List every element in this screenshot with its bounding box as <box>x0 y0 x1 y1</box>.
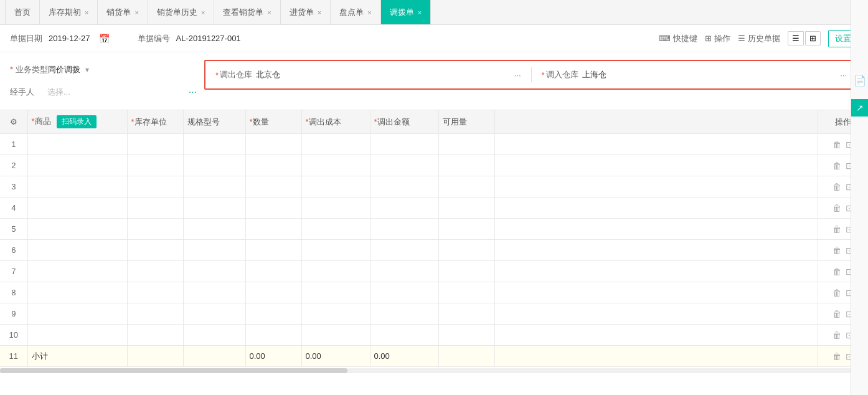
product-cell[interactable] <box>27 240 127 261</box>
available-cell[interactable] <box>438 325 494 346</box>
amount-cell[interactable] <box>370 219 438 240</box>
cost-cell[interactable] <box>301 261 370 282</box>
close-icon[interactable]: × <box>267 9 271 16</box>
close-icon[interactable]: × <box>318 9 321 16</box>
amount-cell[interactable] <box>370 303 438 325</box>
spec-cell[interactable] <box>183 198 245 219</box>
cost-cell[interactable] <box>301 282 370 303</box>
spec-cell[interactable] <box>183 303 245 325</box>
tab-inventory-check[interactable]: 盘点单 × <box>331 0 380 24</box>
tab-sales-order[interactable]: 销货单 × <box>98 0 148 24</box>
available-cell[interactable] <box>438 198 494 219</box>
cost-cell[interactable] <box>301 325 370 346</box>
calendar-icon[interactable]: 📅 <box>99 34 110 44</box>
scroll-thumb[interactable] <box>0 368 347 373</box>
delete-icon[interactable]: 🗑 <box>833 309 841 319</box>
unit-cell[interactable] <box>127 240 183 261</box>
product-cell[interactable] <box>27 325 127 346</box>
person-more-btn[interactable]: ··· <box>189 87 197 98</box>
amount-cell[interactable] <box>370 261 438 282</box>
warehouse-out-more-btn[interactable]: ··· <box>514 70 521 80</box>
cost-cell[interactable] <box>301 240 370 261</box>
delete-icon[interactable]: 🗑 <box>833 182 841 192</box>
unit-cell[interactable] <box>127 282 183 303</box>
quantity-cell[interactable] <box>245 219 301 240</box>
unit-cell[interactable] <box>127 134 183 155</box>
grid-view-btn[interactable]: ⊞ <box>805 31 821 45</box>
quantity-cell[interactable] <box>245 261 301 282</box>
amount-cell[interactable] <box>370 282 438 303</box>
available-cell[interactable] <box>438 261 494 282</box>
tab-purchase[interactable]: 进货单 × <box>281 0 331 24</box>
warehouse-out-value[interactable]: 北京仓 <box>256 69 280 80</box>
spec-cell[interactable] <box>183 176 245 198</box>
product-cell[interactable] <box>27 261 127 282</box>
cost-cell[interactable] <box>301 219 370 240</box>
delete-icon[interactable]: 🗑 <box>833 267 841 277</box>
unit-cell[interactable] <box>127 155 183 176</box>
horizontal-scrollbar[interactable] <box>0 368 868 373</box>
available-cell[interactable] <box>438 134 494 155</box>
unit-cell[interactable] <box>127 219 183 240</box>
warehouse-in-value[interactable]: 上海仓 <box>582 69 606 80</box>
product-cell[interactable] <box>27 134 127 155</box>
available-cell[interactable] <box>438 240 494 261</box>
product-cell[interactable] <box>27 303 127 325</box>
tab-inventory-init[interactable]: 库存期初 × <box>40 0 98 24</box>
tab-transfer[interactable]: 调拨单 × <box>381 0 431 24</box>
close-icon[interactable]: × <box>418 9 422 16</box>
available-cell[interactable] <box>438 303 494 325</box>
operation-btn[interactable]: ⊞ 操作 <box>705 33 730 44</box>
delete-icon[interactable]: 🗑 <box>833 224 841 234</box>
amount-cell[interactable] <box>370 134 438 155</box>
spec-cell[interactable] <box>183 134 245 155</box>
spec-cell[interactable] <box>183 325 245 346</box>
product-cell[interactable] <box>27 155 127 176</box>
cost-cell[interactable] <box>301 134 370 155</box>
list-view-btn[interactable]: ☰ <box>788 31 804 45</box>
delete-icon[interactable]: 🗑 <box>833 330 841 340</box>
available-cell[interactable] <box>438 155 494 176</box>
sidebar-doc-icon[interactable]: 📄 <box>854 75 866 87</box>
cost-cell[interactable] <box>301 198 370 219</box>
quantity-cell[interactable] <box>245 155 301 176</box>
available-cell[interactable] <box>438 282 494 303</box>
product-cell[interactable] <box>27 198 127 219</box>
delete-icon[interactable]: 🗑 <box>833 161 841 171</box>
cost-cell[interactable] <box>301 176 370 198</box>
amount-cell[interactable] <box>370 240 438 261</box>
close-icon[interactable]: × <box>201 9 205 16</box>
unit-cell[interactable] <box>127 325 183 346</box>
warehouse-in-more-btn[interactable]: ··· <box>840 70 847 80</box>
amount-cell[interactable] <box>370 176 438 198</box>
spec-cell[interactable] <box>183 155 245 176</box>
quantity-cell[interactable] <box>245 325 301 346</box>
amount-cell[interactable] <box>370 198 438 219</box>
unit-cell[interactable] <box>127 261 183 282</box>
scan-button[interactable]: 扫码录入 <box>57 115 97 128</box>
delete-icon[interactable]: 🗑 <box>833 245 841 255</box>
delete-icon[interactable]: 🗑 <box>833 203 841 213</box>
person-select[interactable]: 选择... <box>47 87 184 98</box>
quantity-cell[interactable] <box>245 198 301 219</box>
close-icon[interactable]: × <box>134 9 138 16</box>
unit-cell[interactable] <box>127 303 183 325</box>
amount-cell[interactable] <box>370 155 438 176</box>
unit-cell[interactable] <box>127 176 183 198</box>
settings-icon[interactable]: ⚙ <box>10 117 17 126</box>
cost-cell[interactable] <box>301 155 370 176</box>
sidebar-export-icon[interactable]: ↗ <box>851 99 869 117</box>
spec-cell[interactable] <box>183 261 245 282</box>
quantity-cell[interactable] <box>245 282 301 303</box>
tab-sales-history[interactable]: 销货单历史 × <box>148 0 214 24</box>
spec-cell[interactable] <box>183 240 245 261</box>
close-icon[interactable]: × <box>85 9 88 16</box>
available-cell[interactable] <box>438 176 494 198</box>
history-btn[interactable]: ☰ 历史单据 <box>738 33 780 44</box>
product-cell[interactable] <box>27 176 127 198</box>
close-icon[interactable]: × <box>367 9 371 16</box>
available-cell[interactable] <box>438 219 494 240</box>
tab-home[interactable]: 首页 <box>5 0 40 24</box>
tab-view-sales[interactable]: 查看销货单 × <box>214 0 280 24</box>
product-cell[interactable] <box>27 219 127 240</box>
